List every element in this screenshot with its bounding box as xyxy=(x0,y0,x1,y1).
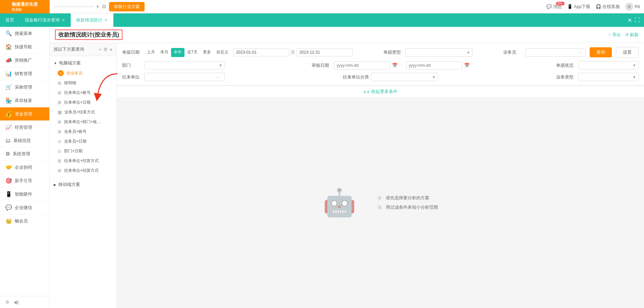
date-input-group: 至 xyxy=(233,48,353,56)
date-to-input[interactable] xyxy=(297,48,353,56)
scheme-item-partner-settlement2[interactable]: ⊞ 往来单位+结算方式 xyxy=(50,166,116,175)
sidebar-item-basic-info[interactable]: 🗂 基础信息 xyxy=(0,134,49,147)
sidebar-item-purchase-mgmt[interactable]: 🛒 采购管理 xyxy=(0,81,49,94)
sidebar-item-search-menu[interactable]: 🔍 搜索菜单 xyxy=(0,27,49,40)
scheme-collapse-icon[interactable]: « xyxy=(110,47,112,52)
sidebar-label-purchase-mgmt: 采购管理 xyxy=(15,84,32,90)
partner-category-select[interactable]: ▾ xyxy=(371,73,438,81)
dept-label: 部门 xyxy=(122,62,142,68)
doc-status-select[interactable]: ▾ xyxy=(578,61,639,69)
sidebar-item-smart-hw[interactable]: 📱 智能硬件 xyxy=(0,188,49,201)
refresh-button[interactable]: ↺ 刷新 xyxy=(625,32,639,38)
vip-icon: 👑 xyxy=(5,218,12,224)
date-btn-this-year[interactable]: 本年 xyxy=(171,48,184,57)
scheme-item-by-partner-dept[interactable]: ⊞ 按来单位+部门+收... xyxy=(50,117,116,127)
finance-icon: 💰 xyxy=(5,111,12,117)
sidebar-label-sales-mgmt: 销售管理 xyxy=(15,71,32,77)
collapse-bar[interactable]: ∧∧ 收起更多条件 xyxy=(117,86,644,97)
doc-type-select[interactable]: ▾ xyxy=(406,48,473,57)
scheme-item-partner-settlement1[interactable]: ⊞ 往来单位+结算方式 xyxy=(50,156,116,166)
query-button[interactable]: 查询 xyxy=(590,47,612,57)
sidebar-item-finance[interactable]: 💰 资金管理 xyxy=(0,107,49,121)
export-button[interactable]: ↑ 导出 xyxy=(609,32,621,38)
scheme-item-by-salesman[interactable]: ⊙ 按业务员 xyxy=(50,68,116,78)
tab-expand-icon[interactable]: ⛶ xyxy=(635,17,640,23)
sidebar-label-vip: 畅会员 xyxy=(15,218,28,224)
partner-select[interactable]: ··· xyxy=(144,73,225,81)
messages-button[interactable]: 💬 消息 99+ xyxy=(546,4,562,10)
date-btn-7days[interactable]: 近7天 xyxy=(184,48,200,57)
sidebar-item-inventory[interactable]: 🏪 库存核算 xyxy=(0,94,49,107)
export-icon: ↑ xyxy=(609,32,611,37)
scheme-item-salesman-settlement-label: 业务员+结算方式 xyxy=(64,109,95,115)
grid-icon-6: ⊞ xyxy=(58,158,61,163)
empty-tips: ① 请先选择要分析的方案 ② 用过滤条件来缩小分析范围 xyxy=(376,195,438,211)
sidebar-item-quick-nav[interactable]: 🏠 快捷导航 xyxy=(0,40,49,54)
trial-button[interactable]: 体验行业方案 xyxy=(109,2,145,11)
tab-close-all-icon[interactable]: ✕ xyxy=(628,17,632,23)
system-icon: ⚙ xyxy=(5,151,10,157)
app-download-label: App下载 xyxy=(574,4,590,10)
biz-type-select[interactable]: ▾ xyxy=(578,73,639,81)
sidebar-settings-icon[interactable]: ⚙ xyxy=(5,300,9,305)
date-from-input[interactable] xyxy=(233,48,289,56)
salesman-more-icon[interactable]: ··· xyxy=(578,50,581,55)
scheme-item-salesman-account[interactable]: ⊞ 业务员+账号 xyxy=(50,127,116,137)
salesman-select[interactable]: ··· xyxy=(525,48,586,57)
scheme-item-salesman-date-label: 业务员+日期 xyxy=(64,139,87,144)
dept-select[interactable]: ▾ xyxy=(144,61,225,69)
scheme-item-dept-date[interactable]: ⊙ 部门+日期 xyxy=(50,146,116,156)
scheme-item-by-detail-label: 按明细 xyxy=(64,80,76,86)
scheme-item-partner-account-label: 往来单位+账号 xyxy=(64,90,91,96)
online-service-btn[interactable]: 🎧 在线客服 xyxy=(596,4,620,10)
scheme-item-salesman-date[interactable]: ⊙ 业务员+日期 xyxy=(50,137,116,146)
mobile-group-header[interactable]: ▶ 移动端方案 xyxy=(50,179,116,190)
sidebar-item-operations[interactable]: 📈 经营管理 xyxy=(0,121,49,134)
settings-button[interactable]: 设置 xyxy=(616,47,639,58)
date-btn-last-month[interactable]: 上月 xyxy=(144,48,158,57)
date-btn-this-month[interactable]: 本月 xyxy=(158,48,171,57)
sidebar-item-new-guide[interactable]: 🎯 新手引导 xyxy=(0,174,49,188)
app-download-btn[interactable]: 📱 App下载 xyxy=(567,4,590,10)
sidebar-label-quick-nav: 快捷导航 xyxy=(15,44,32,50)
review-date-from-input[interactable] xyxy=(334,61,390,69)
marketing-icon: 📣 xyxy=(5,57,12,63)
search-icon: 🔍 xyxy=(5,30,12,37)
sidebar-item-enterprise-wechat[interactable]: 💬 企业微信 xyxy=(0,201,49,214)
salesman-label: 业务员 xyxy=(503,49,523,55)
sidebar-label-new-guide: 新手引导 xyxy=(15,178,32,184)
scheme-settings-icon[interactable]: ⚙ xyxy=(103,47,108,52)
user-info: R Rit xyxy=(625,3,640,11)
review-date-to-calendar-icon[interactable]: 📅 xyxy=(464,63,470,68)
sidebar-label-system-mgmt: 系统管理 xyxy=(13,151,30,157)
tab-home[interactable]: 首页 xyxy=(0,13,19,27)
group-expand-icon: ▼ xyxy=(54,61,57,65)
tab-receipt-stat[interactable]: 收款情况统计 ✕ xyxy=(71,13,113,27)
date-dash: 至 xyxy=(291,49,295,55)
scheme-item-by-detail[interactable]: ⊞ 按明细 xyxy=(50,78,116,88)
partner-more-icon[interactable]: ··· xyxy=(217,74,220,80)
scheme-item-salesman-settlement[interactable]: ▦ 业务员+结算方式 xyxy=(50,107,116,117)
desktop-group-header[interactable]: ▼ 电脑端方案 xyxy=(50,58,116,68)
review-date-to-input[interactable] xyxy=(406,61,462,69)
scheme-item-partner-date[interactable]: ⊞ 往来单位+日期 xyxy=(50,98,116,107)
top-settings-icon[interactable]: ⚙ xyxy=(102,3,106,10)
doc-type-label: 单据类型 xyxy=(383,49,404,55)
date-btn-custom[interactable]: 自定义 xyxy=(214,48,231,57)
tab-receipt-stat-close[interactable]: ✕ xyxy=(104,18,108,22)
sidebar-item-system-mgmt[interactable]: ⚙ 系统管理 xyxy=(0,147,49,161)
sidebar-item-enterprise-collab[interactable]: 🤝 企业协同 xyxy=(0,161,49,174)
date-btn-more[interactable]: 更多 xyxy=(200,48,214,57)
collapse-label: 收起更多条件 xyxy=(371,89,397,95)
sidebar-collapse-icon[interactable]: ◀‖ xyxy=(13,300,19,305)
scheme-add-icon[interactable]: + xyxy=(99,47,101,52)
sidebar-item-vip[interactable]: 👑 畅会员 xyxy=(0,214,49,228)
sidebar-item-marketing[interactable]: 📣 营销推广 xyxy=(0,54,49,67)
tab-bank-flow-close[interactable]: ✕ xyxy=(62,18,65,22)
sidebar-label-enterprise-wechat: 企业微信 xyxy=(15,205,32,211)
tab-bank-flow[interactable]: 现金银行流水查询 ✕ xyxy=(19,13,71,27)
dropdown-icon[interactable]: ▾ xyxy=(97,4,99,9)
review-date-from-calendar-icon[interactable]: 📅 xyxy=(392,63,397,68)
scheme-item-partner-account[interactable]: ⊞ 往来单位+账号 xyxy=(50,88,116,98)
sidebar-item-sales-mgmt[interactable]: 📊 销售管理 xyxy=(0,67,49,81)
